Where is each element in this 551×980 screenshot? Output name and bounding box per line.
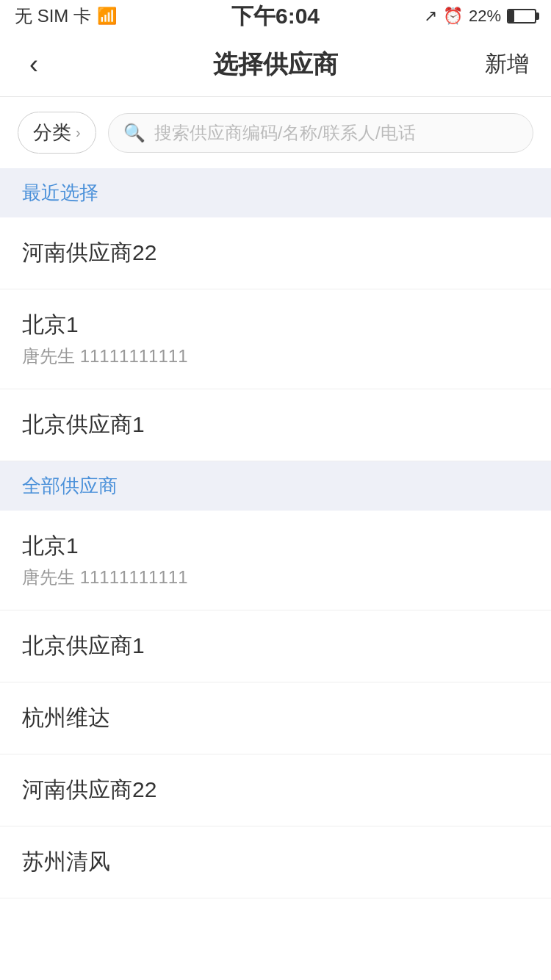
- category-label: 分类: [33, 120, 71, 145]
- location-icon: ↗: [424, 7, 437, 26]
- item-name: 北京供应商1: [22, 631, 529, 661]
- all-list-item[interactable]: 北京1 唐先生 11111111111: [0, 511, 551, 610]
- all-section-header: 全部供应商: [0, 461, 551, 511]
- back-button[interactable]: ‹: [22, 42, 46, 87]
- item-name: 杭州维达: [22, 703, 529, 733]
- search-placeholder: 搜索供应商编码/名称/联系人/电话: [154, 121, 416, 145]
- recent-items-list: 河南供应商22 北京1 唐先生 11111111111 北京供应商1: [0, 217, 551, 461]
- chevron-right-icon: ›: [76, 124, 81, 141]
- carrier-text: 无 SIM 卡: [15, 4, 91, 28]
- item-name: 北京1: [22, 310, 529, 340]
- category-filter-button[interactable]: 分类 ›: [18, 112, 96, 154]
- status-left: 无 SIM 卡 📶: [15, 4, 117, 28]
- recent-section-label: 最近选择: [22, 181, 98, 203]
- item-name: 河南供应商22: [22, 775, 529, 805]
- all-list-item[interactable]: 苏州清风: [0, 826, 551, 898]
- all-list-item[interactable]: 北京供应商1: [0, 610, 551, 682]
- alarm-icon: ⏰: [443, 7, 463, 26]
- battery-percent: 22%: [469, 7, 501, 26]
- search-box[interactable]: 🔍 搜索供应商编码/名称/联系人/电话: [108, 113, 533, 153]
- new-action-button[interactable]: 新增: [485, 49, 529, 79]
- item-name: 北京供应商1: [22, 410, 529, 440]
- filter-bar: 分类 › 🔍 搜索供应商编码/名称/联系人/电话: [0, 97, 551, 168]
- search-icon: 🔍: [123, 123, 145, 143]
- item-sub: 唐先生 11111111111: [22, 345, 529, 368]
- page-title: 选择供应商: [213, 48, 338, 82]
- recent-list-item[interactable]: 河南供应商22: [0, 217, 551, 289]
- recent-section-header: 最近选择: [0, 168, 551, 217]
- recent-list-item[interactable]: 北京1 唐先生 11111111111: [0, 289, 551, 389]
- item-name: 河南供应商22: [22, 238, 529, 268]
- item-sub: 唐先生 11111111111: [22, 566, 529, 589]
- status-time: 下午6:04: [231, 1, 320, 32]
- all-section-label: 全部供应商: [22, 475, 118, 497]
- wifi-icon: 📶: [97, 7, 117, 26]
- all-list-item[interactable]: 杭州维达: [0, 682, 551, 754]
- nav-bar: ‹ 选择供应商 新增: [0, 32, 551, 97]
- battery-icon: [507, 9, 536, 24]
- all-list-item[interactable]: 河南供应商22: [0, 754, 551, 826]
- status-right: ↗ ⏰ 22%: [424, 7, 536, 26]
- item-name: 苏州清风: [22, 847, 529, 877]
- status-bar: 无 SIM 卡 📶 下午6:04 ↗ ⏰ 22%: [0, 0, 551, 32]
- item-name: 北京1: [22, 531, 529, 561]
- recent-list-item[interactable]: 北京供应商1: [0, 389, 551, 461]
- all-items-list: 北京1 唐先生 11111111111 北京供应商1杭州维达河南供应商22苏州清…: [0, 511, 551, 898]
